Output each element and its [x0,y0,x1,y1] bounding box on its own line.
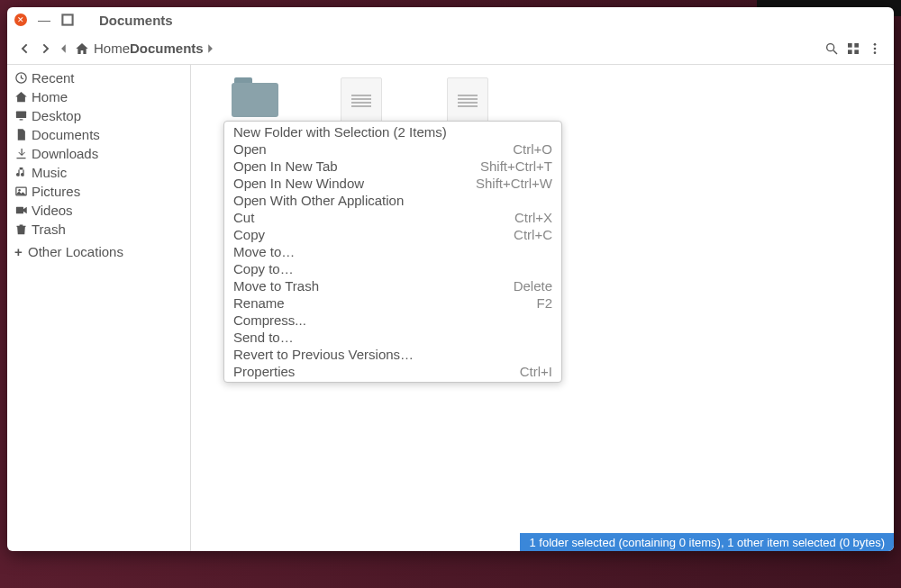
sidebar-item-label: Downloads [32,146,98,161]
svg-point-7 [874,43,877,46]
ctx-new-folder-selection[interactable]: New Folder with Selection (2 Items) [224,123,561,140]
toolbar: Home Documents [7,32,894,65]
sidebar-item-documents[interactable]: Documents [7,125,190,144]
maximize-icon[interactable] [61,14,74,26]
search-icon[interactable] [822,39,842,59]
svg-rect-5 [848,50,852,54]
sidebar-item-label: Pictures [32,184,80,199]
sidebar-item-videos[interactable]: Videos [7,201,190,220]
sidebar-item-label: Desktop [32,108,81,123]
sidebar-item-downloads[interactable]: Downloads [7,144,190,163]
ctx-cut[interactable]: CutCtrl+X [224,209,561,226]
sidebar-item-label: Home [32,89,68,104]
ctx-move-to[interactable]: Move to… [224,243,561,260]
folder-icon [232,77,278,117]
svg-rect-15 [16,207,23,214]
path-forward-icon[interactable] [204,39,216,59]
path-home[interactable]: Home [94,41,130,56]
ctx-revert[interactable]: Revert to Previous Versions… [224,346,561,363]
titlebar: ✕ — Documents [7,7,894,32]
svg-rect-11 [16,112,26,119]
view-grid-icon[interactable] [843,39,863,59]
sidebar: Recent Home Desktop Documents Downloads … [7,65,191,551]
sidebar-item-home[interactable]: Home [7,87,190,106]
svg-point-1 [827,43,834,50]
sidebar-item-other-locations[interactable]: +Other Locations [7,242,190,261]
svg-rect-3 [848,43,852,48]
context-menu: New Folder with Selection (2 Items) Open… [223,121,562,383]
ctx-properties[interactable]: PropertiesCtrl+I [224,363,561,380]
document-icon [447,77,488,124]
content-area[interactable]: 2daygeek 2g nmon-old New Folder with Sel… [191,65,894,551]
svg-point-9 [874,51,877,54]
sidebar-item-pictures[interactable]: Pictures [7,182,190,201]
sidebar-item-music[interactable]: Music [7,163,190,182]
ctx-copy-to[interactable]: Copy to… [224,260,561,277]
svg-point-8 [874,47,877,50]
svg-rect-0 [62,14,72,24]
ctx-copy[interactable]: CopyCtrl+C [224,226,561,243]
sidebar-item-trash[interactable]: Trash [7,220,190,239]
svg-line-2 [833,50,837,54]
ctx-compress[interactable]: Compress... [224,312,561,329]
status-bar: 1 folder selected (containing 0 items), … [520,533,894,551]
file-manager-window: ✕ — Documents Home Documents Recent Home… [7,7,894,551]
home-icon[interactable] [72,39,92,59]
window-title: Documents [99,13,173,28]
ctx-move-trash[interactable]: Move to TrashDelete [224,277,561,294]
svg-rect-6 [854,50,859,54]
ctx-open-new-tab[interactable]: Open In New TabShift+Ctrl+T [224,158,561,175]
sidebar-item-label: Trash [32,222,66,237]
minimize-icon[interactable]: — [38,14,50,26]
sidebar-item-label: Recent [32,70,75,86]
back-button[interactable] [14,39,34,59]
ctx-open[interactable]: OpenCtrl+O [224,140,561,158]
close-icon[interactable]: ✕ [14,14,27,26]
ctx-open-with[interactable]: Open With Other Application [224,192,561,209]
path-current[interactable]: Documents [130,41,204,56]
svg-point-14 [18,189,21,192]
ctx-open-new-window[interactable]: Open In New WindowShift+Ctrl+W [224,175,561,192]
menu-icon[interactable] [865,39,885,59]
svg-rect-12 [20,119,23,120]
sidebar-item-label: Videos [32,203,73,218]
path-back-icon[interactable] [58,39,70,59]
forward-button[interactable] [36,39,56,59]
ctx-rename[interactable]: RenameF2 [224,294,561,312]
ctx-send-to[interactable]: Send to… [224,329,561,346]
svg-rect-4 [854,43,859,48]
sidebar-item-label: Music [32,165,67,180]
document-icon [341,77,382,124]
sidebar-item-label: Other Locations [28,244,123,259]
sidebar-item-desktop[interactable]: Desktop [7,106,190,125]
sidebar-item-recent[interactable]: Recent [7,68,190,87]
sidebar-item-label: Documents [32,127,100,142]
